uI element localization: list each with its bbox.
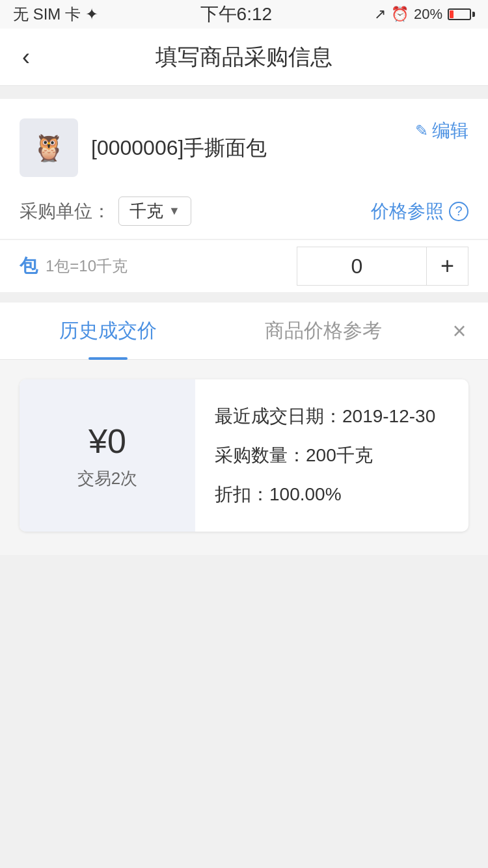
tab-active-indicator: [88, 357, 128, 360]
quantity-label-area: 包 1包=10千克: [20, 254, 297, 278]
unit-conversion-label: 1包=10千克: [46, 256, 128, 277]
unit-selector[interactable]: 千克 ▼: [118, 197, 191, 226]
history-quantity-row: 采购数量：200千克: [215, 442, 449, 469]
battery-icon: [448, 8, 475, 20]
tab-price-reference[interactable]: 商品价格参考: [215, 303, 431, 360]
product-header: 🦉 [0000006]手撕面包 ✎ 编辑: [20, 118, 468, 177]
history-card-left: ¥0 交易2次: [20, 379, 195, 532]
history-quantity-value: 200千克: [306, 445, 373, 465]
product-card: 🦉 [0000006]手撕面包 ✎ 编辑 采购单位： 千克 ▼ 价格参照 ?: [0, 99, 488, 239]
tab-close-button[interactable]: ×: [431, 303, 488, 360]
nav-bar: ‹ 填写商品采购信息: [0, 29, 488, 86]
tab-price-ref-label: 商品价格参考: [265, 318, 382, 344]
edit-button[interactable]: ✎ 编辑: [415, 118, 468, 143]
price-ref-label: 价格参照: [371, 199, 444, 224]
product-title: 手撕面包: [183, 136, 267, 159]
status-bar: 无 SIM 卡 ✦ 下午6:12 ↗ ⏰ 20%: [0, 0, 488, 29]
history-discount-value: 100.00%: [269, 484, 342, 504]
product-id: [0000006]: [91, 136, 183, 159]
help-icon: ?: [449, 202, 468, 221]
location-icon: ↗: [374, 6, 386, 23]
unit-value: 千克: [129, 200, 163, 223]
unit-dropdown-icon: ▼: [169, 204, 180, 218]
product-footer: 采购单位： 千克 ▼ 价格参照 ?: [20, 197, 468, 226]
edit-label: 编辑: [432, 118, 468, 143]
status-left: 无 SIM 卡 ✦: [13, 4, 98, 25]
close-icon: ×: [452, 318, 466, 345]
alarm-icon: ⏰: [391, 6, 409, 23]
status-right: ↗ ⏰ 20%: [374, 6, 475, 23]
nav-title: 填写商品采购信息: [52, 42, 436, 72]
product-name: [0000006]手撕面包: [91, 133, 267, 163]
history-count: 交易2次: [77, 467, 137, 490]
history-date-row: 最近成交日期：2019-12-30: [215, 403, 449, 430]
history-price: ¥0: [88, 422, 126, 461]
battery-percent: 20%: [414, 6, 442, 23]
carrier-text: 无 SIM 卡 ✦: [13, 4, 98, 25]
product-thumbnail-icon: 🦉: [33, 133, 65, 163]
plus-icon: +: [441, 252, 454, 280]
status-time: 下午6:12: [200, 2, 273, 27]
quantity-input-area: +: [297, 247, 468, 286]
history-date-value: 2019-12-30: [342, 406, 435, 426]
history-discount-label: 折扣：: [215, 484, 269, 504]
quantity-unit-icon: 包: [20, 254, 38, 278]
price-ref-button[interactable]: 价格参照 ?: [371, 199, 468, 224]
tab-history-label: 历史成交价: [59, 318, 157, 344]
product-image: 🦉: [20, 118, 78, 177]
history-discount-row: 折扣：100.00%: [215, 481, 449, 508]
history-date-label: 最近成交日期：: [215, 406, 342, 426]
back-arrow-icon: ‹: [22, 44, 30, 71]
quantity-plus-button[interactable]: +: [427, 247, 468, 286]
history-quantity-label: 采购数量：: [215, 445, 306, 465]
quantity-row: 包 1包=10千克 +: [0, 240, 488, 292]
quantity-input[interactable]: [297, 247, 427, 286]
history-card-right: 最近成交日期：2019-12-30 采购数量：200千克 折扣：100.00%: [195, 379, 468, 532]
history-card: ¥0 交易2次 最近成交日期：2019-12-30 采购数量：200千克 折扣：…: [20, 379, 468, 532]
divider: [0, 292, 488, 303]
edit-icon: ✎: [415, 122, 428, 140]
back-button[interactable]: ‹: [0, 29, 52, 86]
product-name-area: [0000006]手撕面包: [91, 133, 267, 163]
history-content: ¥0 交易2次 最近成交日期：2019-12-30 采购数量：200千克 折扣：…: [0, 360, 488, 555]
product-left: 🦉 [0000006]手撕面包: [20, 118, 267, 177]
tab-bar: 历史成交价 商品价格参考 ×: [0, 303, 488, 360]
tab-history-price[interactable]: 历史成交价: [0, 303, 215, 360]
purchase-unit-label: 采购单位：: [20, 199, 111, 224]
purchase-unit: 采购单位： 千克 ▼: [20, 197, 191, 226]
